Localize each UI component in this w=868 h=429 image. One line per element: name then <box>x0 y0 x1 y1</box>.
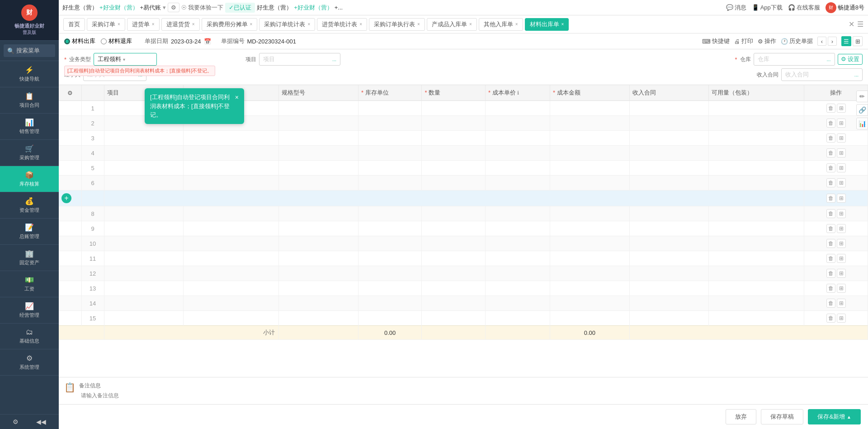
row-contract-cell[interactable] <box>629 251 709 266</box>
tab-other-inbound-close[interactable]: × <box>515 22 518 27</box>
row-available-cell[interactable] <box>709 221 804 236</box>
row-item-cell[interactable] <box>104 221 184 236</box>
tab-purchase-stat-close[interactable]: × <box>307 22 310 27</box>
copy-row-button[interactable]: ⊞ <box>837 133 846 143</box>
row-spec-cell[interactable] <box>279 116 359 131</box>
copy-row-button[interactable]: ⊞ <box>837 104 846 113</box>
tab-finished-goods[interactable]: 产成品入库单 × <box>427 18 477 31</box>
sidebar-item-sales[interactable]: 📊 销售管理 <box>0 114 59 140</box>
row-spec-cell[interactable] <box>279 266 359 281</box>
tab-inbound-stat-close[interactable]: × <box>359 22 362 27</box>
sidebar-item-project[interactable]: 📋 项目合同 <box>0 87 59 114</box>
row-cost-cell[interactable] <box>486 296 550 311</box>
row-unit-cell[interactable] <box>358 131 422 146</box>
row-spec-cell[interactable] <box>279 101 359 116</box>
tab-inbound[interactable]: 进货单 × <box>127 18 160 31</box>
delete-row-button[interactable]: 🗑 <box>826 284 835 293</box>
row-cost-cell[interactable] <box>486 251 550 266</box>
row-available-cell[interactable] <box>709 131 804 146</box>
row-contract-cell[interactable] <box>629 161 709 176</box>
row-contract-cell[interactable] <box>629 266 709 281</box>
sidebar-item-salary[interactable]: 💵 工资 <box>0 271 59 297</box>
warehouse-input[interactable]: 仓库 ... <box>754 53 835 66</box>
operate-link[interactable]: ⚙ 操作 <box>758 37 776 45</box>
radio-material-out[interactable]: 材料出库 <box>64 37 95 45</box>
row-qty-cell[interactable] <box>422 146 486 161</box>
row-contract-cell[interactable] <box>629 116 709 131</box>
copy-row-button[interactable]: ⊞ <box>837 163 846 172</box>
row-qty-cell[interactable] <box>422 176 486 191</box>
copy-row-button[interactable]: ⊞ <box>837 284 846 293</box>
row-spec-cell[interactable] <box>279 221 359 236</box>
top-nav-link-6[interactable]: +... <box>335 4 343 11</box>
row-contract-cell[interactable] <box>629 146 709 161</box>
copy-row-button[interactable]: ⊞ <box>837 299 846 308</box>
row-item-cell[interactable] <box>104 266 184 281</box>
row-spec-cell[interactable] <box>279 296 359 311</box>
sidebar-item-ledger[interactable]: 📝 总账管理 <box>0 219 59 245</box>
copy-row-button[interactable]: ⊞ <box>837 148 846 157</box>
table-area[interactable]: ⚙ 项目 * 材料 规格型号 * 库存单位 * 数量 * 成本单价 ℹ * 成本… <box>59 85 868 377</box>
row-cost-cell[interactable] <box>486 161 550 176</box>
sidebar-item-assets[interactable]: 🏢 固定资产 <box>0 245 59 271</box>
row-item-cell[interactable] <box>104 161 184 176</box>
row-unit-cell[interactable] <box>358 251 422 266</box>
radio-material-return-input[interactable] <box>101 38 107 44</box>
delete-row-button[interactable]: 🗑 <box>826 224 835 233</box>
row-material-cell[interactable] <box>184 266 279 281</box>
row-available-cell[interactable] <box>709 206 804 221</box>
discard-button[interactable]: 放弃 <box>726 409 756 424</box>
row-spec-cell[interactable] <box>279 131 359 146</box>
delete-row-button[interactable]: 🗑 <box>826 314 835 323</box>
row-cost-cell[interactable] <box>486 311 550 326</box>
active-row-content[interactable] <box>104 191 804 206</box>
row-spec-cell[interactable] <box>279 281 359 296</box>
tab-purchase-order[interactable]: 采购订单 × <box>87 18 125 31</box>
remarks-input[interactable] <box>79 391 151 400</box>
sidebar-item-finance[interactable]: 💰 资金管理 <box>0 192 59 219</box>
delete-row-button[interactable]: 🗑 <box>826 148 835 157</box>
row-material-cell[interactable] <box>184 281 279 296</box>
save-draft-button[interactable]: 保存草稿 <box>761 409 803 424</box>
right-tool-link[interactable]: 🔗 <box>856 104 868 116</box>
row-qty-cell[interactable] <box>422 221 486 236</box>
row-spec-cell[interactable] <box>279 236 359 251</box>
tab-purchase-order-close[interactable]: × <box>118 22 120 27</box>
history-link[interactable]: 🕐 历史单据 <box>781 37 813 45</box>
search-menu-button[interactable]: 🔍 搜索菜单 <box>4 44 55 57</box>
row-cost-cell[interactable] <box>486 176 550 191</box>
message-link[interactable]: 💬 消息 <box>726 4 746 12</box>
tab-purchase-expense[interactable]: 采购费用分摊单 × <box>202 18 258 31</box>
copy-row-button[interactable]: ⊞ <box>837 254 846 263</box>
row-cost-cell[interactable] <box>486 116 550 131</box>
tab-finished-goods-close[interactable]: × <box>469 22 472 27</box>
row-unit-cell[interactable] <box>358 146 422 161</box>
row-available-cell[interactable] <box>709 281 804 296</box>
print-link[interactable]: 🖨 打印 <box>734 37 753 45</box>
row-item-cell[interactable] <box>104 206 184 221</box>
row-unit-cell[interactable] <box>358 281 422 296</box>
row-contract-cell[interactable] <box>629 131 709 146</box>
row-available-cell[interactable] <box>709 101 804 116</box>
row-unit-cell[interactable] <box>358 116 422 131</box>
row-item-cell[interactable] <box>104 131 184 146</box>
row-unit-cell[interactable] <box>358 101 422 116</box>
row-spec-cell[interactable] <box>279 206 359 221</box>
row-material-cell[interactable] <box>184 161 279 176</box>
row-unit-cell[interactable] <box>358 161 422 176</box>
save-new-button[interactable]: 保存&新增 ▲ <box>808 409 861 424</box>
row-item-cell[interactable] <box>104 311 184 326</box>
row-spec-cell[interactable] <box>279 251 359 266</box>
sidebar-item-system[interactable]: ⚙ 系统管理 <box>0 349 59 376</box>
row-cost-cell[interactable] <box>486 131 550 146</box>
delete-row-button[interactable]: 🗑 <box>826 269 835 278</box>
row-cost-amount-cell[interactable] <box>550 176 629 191</box>
row-cost-amount-cell[interactable] <box>550 206 629 221</box>
top-nav-link-3[interactable]: +易代账 <box>140 4 161 12</box>
row-contract-cell[interactable] <box>629 206 709 221</box>
row-material-cell[interactable] <box>184 236 279 251</box>
row-cost-cell[interactable] <box>486 101 550 116</box>
project-ellipsis-btn[interactable]: ... <box>332 57 336 62</box>
row-qty-cell[interactable] <box>422 101 486 116</box>
delete-row-button[interactable]: 🗑 <box>826 194 835 203</box>
